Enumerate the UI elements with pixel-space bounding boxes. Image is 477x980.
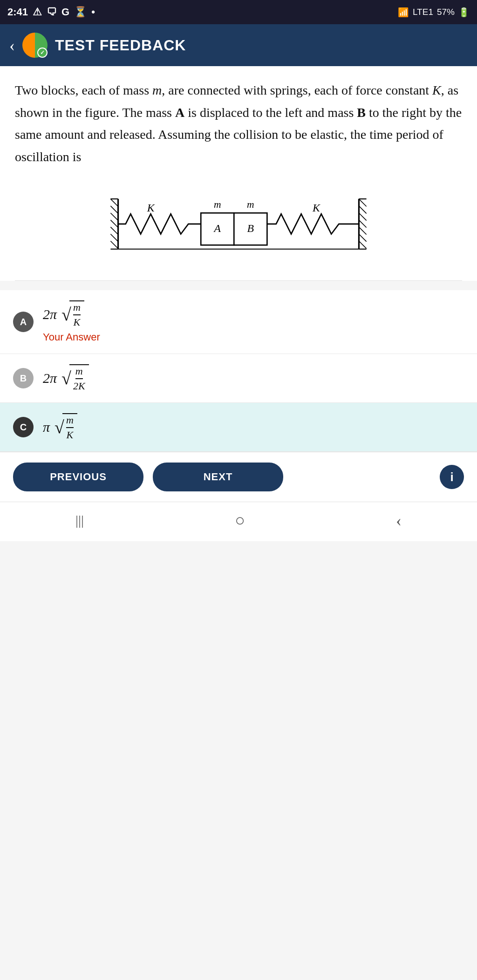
app-logo: ✓: [22, 33, 48, 58]
google-icon: G: [61, 6, 69, 18]
logo-check: ✓: [37, 48, 48, 58]
back-button[interactable]: ‹: [9, 37, 15, 54]
option-a-row[interactable]: A 2π √ m K Your Answer: [0, 290, 477, 354]
question-text: Two blocks, each of mass m, are connecte…: [15, 79, 462, 168]
q-text-2: , are connected with springs, each of fo…: [162, 83, 432, 97]
svg-line-15: [359, 213, 366, 221]
svg-line-8: [110, 234, 118, 242]
svg-line-3: [110, 199, 118, 206]
option-a-coeff: 2π: [43, 306, 57, 322]
option-a-fraction: m K: [73, 301, 81, 328]
option-b-fraction: m 2K: [73, 365, 85, 392]
svg-text:B: B: [247, 223, 254, 235]
next-button[interactable]: NEXT: [153, 463, 283, 491]
q-K: K: [432, 83, 441, 97]
option-a-sqrt: √ m K: [61, 300, 84, 328]
option-b-coeff: 2π: [43, 370, 57, 386]
home-icon[interactable]: ○: [235, 510, 245, 530]
option-c-circle: C: [13, 417, 34, 437]
option-a-label: A: [20, 317, 27, 327]
option-c-formula: π √ m K: [43, 413, 464, 441]
option-b-formula: 2π √ m 2K: [43, 364, 464, 392]
svg-line-17: [359, 227, 366, 235]
bottom-buttons: PREVIOUS NEXT i: [0, 452, 477, 502]
option-a-content: 2π √ m K Your Answer: [43, 300, 464, 343]
option-b-content: 2π √ m 2K: [43, 364, 464, 392]
option-b-circle: B: [13, 368, 34, 388]
option-a-your-answer: Your Answer: [43, 331, 464, 343]
option-b-label: B: [20, 373, 27, 384]
header: ‹ ✓ TEST FEEDBACK: [0, 24, 477, 66]
page-title: TEST FEEDBACK: [55, 37, 186, 54]
status-right: 📶 LTE1 57% 🔋: [398, 7, 470, 18]
svg-line-14: [359, 206, 366, 214]
option-b-row[interactable]: B 2π √ m 2K: [0, 354, 477, 403]
svg-line-19: [359, 241, 366, 249]
option-a-circle: A: [13, 312, 34, 332]
option-c-label: C: [20, 422, 27, 433]
option-b-sqrt: √ m 2K: [61, 364, 89, 392]
android-nav-bar: ||| ○ ‹: [0, 502, 477, 541]
q-text-1: Two blocks, each of mass: [15, 83, 152, 97]
info-icon: i: [450, 470, 453, 484]
physics-diagram: K A m B m K: [108, 179, 369, 269]
timer-icon: ⏳: [74, 6, 87, 18]
svg-text:m: m: [247, 199, 254, 211]
svg-line-5: [110, 213, 118, 221]
svg-line-13: [359, 199, 366, 206]
svg-text:K: K: [147, 202, 155, 214]
status-bar: 2:41 ⚠ 🗨 G ⏳ • 📶 LTE1 57% 🔋: [0, 0, 477, 24]
info-button[interactable]: i: [440, 465, 464, 489]
q-B: B: [357, 105, 366, 120]
dot-icon: •: [91, 6, 95, 18]
svg-line-4: [110, 206, 118, 214]
option-c-row[interactable]: C π √ m K: [0, 403, 477, 452]
battery-label: 57%: [437, 7, 455, 17]
svg-line-6: [110, 220, 118, 228]
status-time: 2:41: [7, 6, 28, 18]
status-left: 2:41 ⚠ 🗨 G ⏳ •: [7, 6, 95, 18]
back-nav-icon[interactable]: ‹: [396, 510, 402, 530]
main-content: Two blocks, each of mass m, are connecte…: [0, 66, 477, 281]
option-c-content: π √ m K: [43, 413, 464, 441]
alert-icon: ⚠: [33, 6, 42, 18]
q-A: A: [175, 105, 184, 120]
option-c-coeff: π: [43, 419, 50, 435]
svg-line-16: [359, 220, 366, 228]
battery-icon: 🔋: [458, 7, 470, 18]
svg-text:m: m: [214, 199, 221, 211]
options-container: A 2π √ m K Your Answer B: [0, 290, 477, 452]
svg-line-9: [110, 241, 118, 249]
option-c-sqrt: √ m K: [55, 413, 77, 441]
message-icon: 🗨: [47, 6, 57, 18]
svg-line-18: [359, 234, 366, 242]
svg-text:A: A: [213, 223, 221, 235]
option-c-fraction: m K: [66, 414, 74, 441]
lte-label: LTE1: [413, 7, 433, 17]
svg-line-7: [110, 227, 118, 235]
q-m1: m: [152, 83, 162, 97]
svg-text:K: K: [312, 202, 320, 214]
option-a-formula: 2π √ m K: [43, 300, 464, 328]
q-text-4: is displaced to the left and mass: [184, 105, 357, 120]
signal-icon: 📶: [398, 7, 409, 18]
menu-icon[interactable]: |||: [75, 512, 84, 528]
previous-button[interactable]: PREVIOUS: [13, 463, 143, 491]
diagram-container: K A m B m K: [15, 179, 462, 281]
